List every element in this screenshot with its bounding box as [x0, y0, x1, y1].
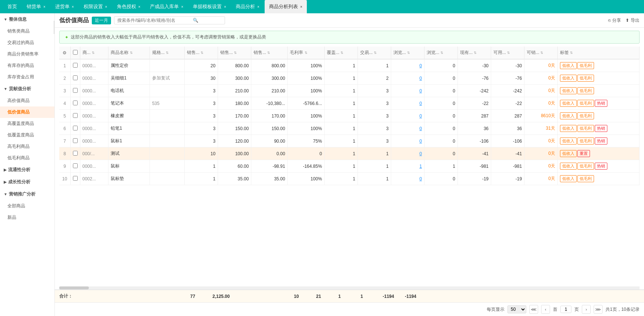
last-page-btn[interactable]: ⋙ — [594, 305, 603, 314]
row-checkbox[interactable] — [73, 163, 78, 168]
sidebar-group-circulation[interactable]: ▶ 流通性分析 — [0, 164, 54, 176]
th-margin[interactable]: 毛利率 ⇅ — [288, 47, 324, 59]
cell-checkbox[interactable] — [70, 110, 80, 122]
row-checkbox[interactable] — [73, 101, 78, 105]
sidebar-item-low-value[interactable]: 低价值商品 — [0, 106, 54, 118]
browse-link[interactable]: 1 — [419, 164, 422, 169]
table-row[interactable]: 3 0000... 电话机 3 210.00 210.00 100% 1 3 0… — [59, 85, 640, 97]
nav-sales[interactable]: 销货单 × — [22, 0, 50, 13]
nav-purchase[interactable]: 进货单 × — [51, 0, 78, 13]
browse-link[interactable]: 0 — [419, 88, 422, 94]
scrollbar-thumb[interactable] — [59, 286, 89, 289]
nav-role-auth-close[interactable]: × — [138, 5, 141, 9]
th-sale1[interactable]: 销售... ⇅ — [218, 47, 251, 59]
nav-product-warehouse-close[interactable]: × — [181, 5, 183, 9]
browse-link[interactable]: 0 — [419, 113, 422, 119]
cell-browse1[interactable]: 0 — [391, 59, 424, 72]
row-checkbox[interactable] — [73, 176, 78, 181]
nav-role-auth[interactable]: 角色授权 × — [113, 0, 145, 13]
cell-checkbox[interactable] — [70, 160, 80, 173]
sidebar-item-high-coverage[interactable]: 高覆盖度商品 — [0, 118, 54, 129]
first-page-btn[interactable]: ⋘ — [529, 305, 538, 314]
browse-link[interactable]: 0 — [419, 101, 422, 106]
table-row[interactable]: 2 0000... 吴细细1 参加复试 30 300.00 300.00 100… — [59, 72, 640, 85]
nav-permissions-close[interactable]: × — [105, 5, 107, 9]
sidebar-item-sales-goods[interactable]: 销售类商品 — [0, 26, 54, 37]
nav-product-warehouse[interactable]: 产成品入库单 × — [145, 0, 188, 13]
cell-checkbox[interactable] — [70, 72, 80, 85]
sidebar-item-high-value[interactable]: 高价值商品 — [0, 95, 54, 106]
sidebar-item-low-coverage[interactable]: 低覆盖度商品 — [0, 129, 54, 141]
search-icon[interactable]: 🔍 — [193, 18, 198, 23]
th-sale2[interactable]: 销售... ⇅ — [251, 47, 288, 59]
th-transaction[interactable]: 交易... ⇅ — [358, 47, 391, 59]
th-name[interactable]: 商品名称 ⇅ — [108, 47, 150, 59]
sidebar-group-overall[interactable]: ▼ 整体信息 — [0, 13, 54, 26]
page-input[interactable] — [560, 306, 571, 313]
cell-checkbox[interactable] — [70, 85, 80, 97]
sidebar-item-inventory-goods[interactable]: 有库存的商品 — [0, 60, 54, 71]
sidebar-group-growth[interactable]: ▶ 成长性分析 — [0, 176, 54, 188]
table-row[interactable]: 1 0000... 属性定价 20 800.00 800.00 100% 1 1… — [59, 59, 640, 72]
th-settings[interactable]: ⚙ — [59, 47, 70, 59]
sidebar-item-inventory-funds[interactable]: 库存资金占用 — [0, 71, 54, 83]
search-input[interactable] — [117, 18, 191, 23]
table-row[interactable]: 10 0002... 鼠标垫 1 35.00 35.00 100% 1 1 0 … — [59, 173, 640, 185]
sidebar-group-contribution[interactable]: ▼ 贡献值分析 — [0, 83, 54, 95]
cell-checkbox[interactable] — [70, 59, 80, 72]
th-checkbox[interactable] — [70, 47, 80, 59]
cell-browse1[interactable]: 0 — [391, 110, 424, 122]
cell-checkbox[interactable] — [70, 122, 80, 135]
sidebar-item-low-margin[interactable]: 低毛利商品 — [0, 152, 54, 164]
per-page-select[interactable]: 50 100 — [507, 305, 526, 313]
next-page-btn[interactable]: › — [582, 305, 591, 314]
th-days[interactable]: 可销... ⇅ — [524, 47, 558, 59]
row-checkbox[interactable] — [73, 138, 78, 143]
nav-template[interactable]: 单据模板设置 × — [188, 0, 231, 13]
sidebar-item-high-margin[interactable]: 高毛利商品 — [0, 141, 54, 152]
nav-home[interactable]: 首页 — [3, 0, 21, 13]
cell-browse1[interactable]: 1 — [391, 160, 424, 173]
table-row[interactable]: 9 0000... 鼠标 1 60.00 -98.91 -164.85% 1 1… — [59, 160, 640, 173]
th-avail[interactable]: 可用... ⇅ — [491, 47, 524, 59]
table-row[interactable]: 8 000/... 测试 10 100.00 0.00 0 1 1 0 0 -4… — [59, 147, 640, 160]
cell-browse1[interactable]: 0 — [391, 173, 424, 185]
table-row[interactable]: 6 0000... 铅笔1 3 150.00 150.00 100% 1 3 0… — [59, 122, 640, 135]
nav-goods-analysis-close[interactable]: × — [257, 5, 259, 9]
nav-goods-analysis[interactable]: 商品分析 × — [231, 0, 264, 13]
row-checkbox[interactable] — [73, 88, 78, 93]
row-checkbox[interactable] — [73, 113, 78, 118]
row-checkbox[interactable] — [73, 75, 78, 80]
row-checkbox[interactable] — [73, 63, 78, 68]
sidebar-item-category-sales-rate[interactable]: 商品分类销售率 — [0, 48, 54, 60]
th-spec[interactable]: 规格... ⇅ — [150, 47, 184, 59]
sidebar-item-all-goods[interactable]: 全部商品 — [0, 200, 54, 212]
cell-browse1[interactable]: 0 — [391, 135, 424, 147]
table-row[interactable]: 4 0000... 笔记本 535 3 180.00 -10,380... -5… — [59, 97, 640, 110]
th-browse1[interactable]: 浏览... ⇅ — [391, 47, 424, 59]
browse-link[interactable]: 0 — [419, 126, 422, 131]
cell-browse1[interactable]: 0 — [391, 72, 424, 85]
th-tags[interactable]: 标签 ⇅ — [558, 47, 640, 59]
cell-browse1[interactable]: 0 — [391, 85, 424, 97]
cell-browse1[interactable]: 0 — [391, 122, 424, 135]
search-box[interactable]: 🔍 — [114, 16, 225, 24]
row-checkbox[interactable] — [73, 151, 78, 156]
browse-link[interactable]: 0 — [419, 76, 422, 81]
table-row[interactable]: 7 0000... 鼠标1 3 120.00 90.00 75% 1 3 0 0… — [59, 135, 640, 147]
cell-checkbox[interactable] — [70, 147, 80, 160]
sidebar-item-traded-goods[interactable]: 交易过的商品 — [0, 37, 54, 48]
browse-link[interactable]: 0 — [419, 176, 422, 181]
browse-link[interactable]: 0 — [419, 63, 422, 68]
prev-page-btn[interactable]: ‹ — [541, 305, 550, 314]
date-badge[interactable]: 近一月 — [92, 17, 111, 24]
nav-permissions[interactable]: 权限设置 × — [79, 0, 112, 13]
th-current[interactable]: 现有... ⇅ — [458, 47, 491, 59]
th-qty[interactable]: 销售... ⇅ — [185, 47, 218, 59]
horizontal-scrollbar[interactable] — [59, 286, 640, 289]
nav-template-close[interactable]: × — [224, 5, 226, 9]
cell-checkbox[interactable] — [70, 135, 80, 147]
select-all-checkbox[interactable] — [73, 50, 78, 55]
share-button[interactable]: ⎋ 分享 — [608, 17, 621, 24]
sidebar-group-marketing[interactable]: ▼ 营销推广分析 — [0, 188, 54, 200]
